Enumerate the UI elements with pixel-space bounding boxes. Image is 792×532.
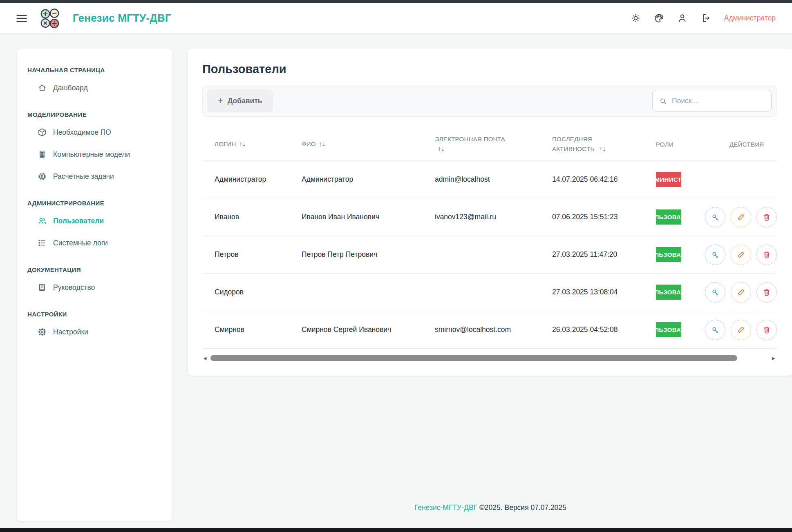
menu-toggle-button[interactable] [16, 12, 28, 24]
table-row: Администратор Администратор admin@localh… [202, 161, 777, 198]
reset-password-button[interactable] [705, 245, 725, 265]
cell-fio: Администратор [302, 175, 435, 184]
sidebar-item-users[interactable]: Пользователи [27, 210, 165, 232]
table-row: Петров Петров Петр Петрович 27.03.2025 1… [202, 236, 777, 274]
sidebar-item-computation-tasks[interactable]: Расчетные задачи [27, 165, 165, 187]
app-title: Генезис МГТУ-ДВГ [73, 12, 171, 24]
column-header-last-activity[interactable]: ПОСЛЕДНЯЯ АКТИВНОСТЬ ↑↓ [552, 134, 656, 154]
pencil-icon [736, 325, 745, 334]
reset-password-button[interactable] [705, 207, 725, 227]
table-row: Сидоров 27.03.2025 13:08:04 ПОЛЬЗОВАТЕЛЬ [202, 274, 777, 311]
reset-password-button[interactable] [705, 320, 725, 340]
column-header-login[interactable]: ЛОГИН↑↓ [215, 139, 302, 149]
sort-icon[interactable]: ↑↓ [239, 140, 246, 147]
cell-login: Смирнов [215, 325, 302, 334]
sidebar-item-computer-models[interactable]: Компьютерные модели [27, 143, 165, 165]
person-icon [677, 13, 688, 24]
sidebar-item-label: Системные логи [53, 239, 108, 247]
column-header-fio[interactable]: ФИО↑↓ [302, 139, 435, 149]
sidebar-item-label: Пользователи [53, 217, 104, 225]
add-user-button[interactable]: + Добавить [207, 89, 273, 112]
scroll-left-arrow[interactable]: ◄ [202, 356, 208, 361]
search-input[interactable] [672, 97, 765, 105]
column-header-email[interactable]: ЭЛЕКТРОННАЯ ПОЧТА ↑↓ [435, 134, 552, 154]
horizontal-scrollbar: ◄ ► [202, 355, 776, 361]
role-badge: ПОЛЬЗОВАТЕЛЬ [656, 322, 681, 337]
logout-button[interactable] [700, 13, 711, 24]
footer-brand-link[interactable]: Генезис-МГТУ-ДВГ [414, 503, 477, 512]
cell-actions [705, 282, 777, 303]
cell-login: Петров [215, 250, 302, 259]
search-box [652, 90, 772, 112]
table-toolbar: + Добавить [202, 85, 777, 117]
sidebar-item-required-software[interactable]: Необходимое ПО [27, 121, 165, 143]
app-logo [38, 8, 61, 29]
edit-user-button[interactable] [731, 282, 751, 303]
trash-icon [762, 250, 771, 259]
delete-user-button[interactable] [756, 282, 777, 303]
theme-toggle-button[interactable] [630, 13, 641, 24]
delete-user-button[interactable] [756, 320, 777, 340]
key-icon [711, 213, 720, 222]
delete-user-button[interactable] [756, 207, 777, 227]
app-bar: Генезис МГТУ-ДВГ Администратор [0, 3, 792, 33]
cell-last-activity: 26.03.2025 04:52:08 [552, 325, 656, 334]
cell-roles: ПОЛЬЗОВАТЕЛЬ [656, 322, 681, 337]
edit-user-button[interactable] [731, 320, 751, 340]
scrollbar-track[interactable] [210, 355, 768, 361]
cell-roles: ПОЛЬЗОВАТЕЛЬ [656, 285, 681, 300]
sidebar-section-settings: НАСТРОЙКИ [27, 307, 165, 321]
pencil-icon [736, 213, 745, 222]
sort-icon[interactable]: ↑↓ [438, 145, 445, 152]
cell-login: Иванов [215, 213, 302, 221]
sort-icon[interactable]: ↑↓ [319, 140, 326, 147]
sidebar-section-home: НАЧАЛЬНАЯ СТРАНИЦА [27, 63, 165, 77]
sidebar: НАЧАЛЬНАЯ СТРАНИЦА Дашбоард МОДЕЛИРОВАНИ… [17, 49, 172, 521]
key-icon [711, 250, 720, 259]
users-icon [37, 216, 47, 226]
scrollbar-thumb[interactable] [210, 355, 737, 361]
cell-login: Сидоров [215, 288, 302, 296]
pencil-icon [736, 288, 745, 297]
sidebar-section-documentation: ДОКУМЕНТАЦИЯ [27, 263, 165, 276]
sidebar-section-administration: АДМИНИСТРИРОВАНИЕ [27, 196, 165, 210]
current-user-label[interactable]: Администратор [724, 14, 776, 22]
key-icon [711, 288, 720, 297]
cpu-icon [37, 171, 47, 181]
list-icon [37, 238, 47, 248]
edit-user-button[interactable] [731, 207, 751, 227]
table-row: Иванов Иванов Иван Иванович ivanov123@ma… [202, 198, 777, 236]
role-badge: ПОЛЬЗОВАТЕЛЬ [656, 209, 681, 225]
sort-icon[interactable]: ↑↓ [599, 145, 606, 152]
profile-button[interactable] [677, 13, 688, 24]
cell-roles: АДМИНИСТРАТОР [656, 172, 681, 187]
logout-icon [700, 13, 711, 24]
plus-icon: + [218, 96, 223, 106]
reset-password-button[interactable] [705, 282, 725, 303]
scroll-right-arrow[interactable]: ► [771, 356, 776, 361]
sidebar-item-manual[interactable]: Руководство [27, 276, 165, 298]
palette-button[interactable] [653, 13, 664, 24]
cell-last-activity: 14.07.2025 06:42:16 [552, 175, 656, 184]
footer: Генезис-МГТУ-ДВГ ©2025. Версия 07.07.202… [188, 503, 792, 521]
cell-fio: Смирнов Сергей Иванович [302, 325, 435, 334]
sidebar-section-modeling: МОДЕЛИРОВАНИЕ [27, 108, 165, 121]
gear-icon [37, 327, 47, 337]
role-badge: ПОЛЬЗОВАТЕЛЬ [656, 285, 681, 300]
edit-user-button[interactable] [731, 245, 751, 265]
sidebar-item-system-logs[interactable]: Системные логи [27, 232, 165, 254]
cell-actions [705, 320, 777, 340]
sidebar-item-label: Компьютерные модели [53, 150, 130, 159]
palette-icon [653, 13, 664, 24]
cell-login: Администратор [215, 175, 302, 184]
delete-user-button[interactable] [756, 245, 777, 265]
sidebar-item-dashboard[interactable]: Дашбоард [27, 77, 165, 99]
users-page: Пользователи + Добавить ЛОГИН↑↓ ФИО↑↓ ЭЛ… [188, 49, 792, 376]
column-header-actions: ДЕЙСТВИЯ [705, 140, 777, 149]
add-user-label: Добавить [228, 97, 262, 105]
cell-email: smirnov@localhost.com [435, 325, 552, 334]
sun-icon [630, 13, 641, 24]
cell-last-activity: 27.03.2025 11:47:20 [552, 250, 656, 259]
role-badge: ПОЛЬЗОВАТЕЛЬ [656, 247, 681, 262]
sidebar-item-settings[interactable]: Настройки [27, 321, 165, 343]
